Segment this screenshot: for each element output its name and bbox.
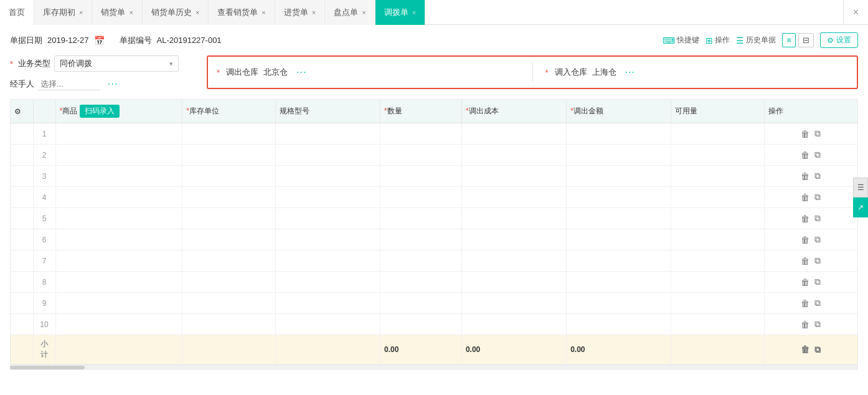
tab-view-sales[interactable]: 查看销货单 × (209, 0, 275, 25)
row-available-cell[interactable] (671, 187, 765, 208)
handler-more-button[interactable]: ··· (108, 79, 118, 90)
row-unit-cell[interactable] (182, 293, 276, 314)
row-unit-cell[interactable] (182, 187, 276, 208)
delete-icon[interactable]: 🗑 (800, 149, 811, 161)
operation-button[interactable]: ⊞ 操作 (705, 35, 730, 45)
row-cost-cell[interactable] (461, 187, 566, 208)
row-amount-cell[interactable] (567, 314, 671, 335)
row-product-cell[interactable] (55, 229, 182, 250)
tab-sales-history-close[interactable]: × (196, 9, 199, 16)
delete-icon[interactable]: 🗑 (800, 343, 811, 356)
row-unit-cell[interactable] (182, 145, 276, 166)
row-qty-cell[interactable] (380, 145, 462, 166)
handler-input[interactable] (38, 78, 100, 90)
row-unit-cell[interactable] (182, 123, 276, 145)
tab-stock-count[interactable]: 盘点单 × (325, 0, 375, 25)
layout-btn-1[interactable]: ≡ (782, 33, 796, 47)
shortcut-button[interactable]: ⌨ 快捷键 (663, 35, 699, 45)
delete-icon[interactable]: 🗑 (800, 297, 811, 310)
row-available-cell[interactable] (671, 293, 765, 314)
tab-sales-order-close[interactable]: × (129, 9, 133, 16)
float-btn-list[interactable]: ☰ (853, 178, 868, 198)
row-spec-cell[interactable] (275, 145, 380, 166)
row-qty-cell[interactable] (380, 123, 462, 145)
tab-home[interactable]: 首页 (0, 0, 34, 25)
copy-icon[interactable]: ⧉ (813, 169, 822, 183)
row-available-cell[interactable] (671, 145, 765, 166)
tab-stock-count-close[interactable]: × (362, 9, 366, 16)
copy-icon[interactable]: ⧉ (813, 254, 822, 267)
row-unit-cell[interactable] (182, 208, 276, 229)
row-spec-cell[interactable] (275, 208, 380, 229)
in-warehouse-more-button[interactable]: ··· (625, 67, 635, 78)
row-product-cell[interactable] (55, 166, 182, 187)
row-product-cell[interactable] (55, 145, 182, 166)
row-product-cell[interactable] (55, 272, 182, 293)
row-cost-cell[interactable] (461, 145, 566, 166)
row-product-cell[interactable] (55, 314, 182, 335)
tab-transfer-order-close[interactable]: × (412, 9, 416, 16)
row-cost-cell[interactable] (461, 166, 566, 187)
tab-inventory-open-close[interactable]: × (79, 9, 83, 16)
tab-sales-history[interactable]: 销货单历史 × (143, 0, 209, 25)
delete-icon[interactable]: 🗑 (800, 191, 811, 204)
delete-icon[interactable]: 🗑 (800, 234, 811, 246)
row-spec-cell[interactable] (275, 314, 380, 335)
out-warehouse-more-button[interactable]: ··· (296, 67, 306, 78)
row-unit-cell[interactable] (182, 250, 276, 272)
row-amount-cell[interactable] (567, 208, 671, 229)
delete-icon[interactable]: 🗑 (800, 128, 811, 140)
row-unit-cell[interactable] (182, 229, 276, 250)
row-spec-cell[interactable] (275, 123, 380, 145)
copy-icon[interactable]: ⧉ (813, 275, 822, 288)
history-button[interactable]: ☰ 历史单据 (736, 35, 776, 45)
row-qty-cell[interactable] (380, 250, 462, 272)
horizontal-scrollbar[interactable] (10, 365, 858, 370)
row-spec-cell[interactable] (275, 272, 380, 293)
row-spec-cell[interactable] (275, 229, 380, 250)
row-available-cell[interactable] (671, 166, 765, 187)
row-spec-cell[interactable] (275, 166, 380, 187)
row-available-cell[interactable] (671, 123, 765, 145)
row-cost-cell[interactable] (461, 314, 566, 335)
row-available-cell[interactable] (671, 229, 765, 250)
row-available-cell[interactable] (671, 250, 765, 272)
row-product-cell[interactable] (55, 208, 182, 229)
copy-icon[interactable]: ⧉ (813, 191, 822, 204)
tab-purchase-order-close[interactable]: × (312, 9, 316, 16)
row-qty-cell[interactable] (380, 208, 462, 229)
row-amount-cell[interactable] (567, 166, 671, 187)
row-cost-cell[interactable] (461, 250, 566, 272)
copy-icon[interactable]: ⧉ (813, 297, 822, 310)
row-qty-cell[interactable] (380, 229, 462, 250)
row-unit-cell[interactable] (182, 272, 276, 293)
tab-inventory-open[interactable]: 库存期初 × (34, 0, 92, 25)
delete-icon[interactable]: 🗑 (800, 212, 811, 225)
copy-icon[interactable]: ⧉ (813, 148, 822, 161)
row-qty-cell[interactable] (380, 293, 462, 314)
copy-icon[interactable]: ⧉ (813, 212, 822, 225)
row-unit-cell[interactable] (182, 314, 276, 335)
row-amount-cell[interactable] (567, 250, 671, 272)
row-unit-cell[interactable] (182, 166, 276, 187)
row-product-cell[interactable] (55, 187, 182, 208)
row-amount-cell[interactable] (567, 293, 671, 314)
delete-icon[interactable]: 🗑 (800, 255, 811, 267)
row-cost-cell[interactable] (461, 272, 566, 293)
delete-icon[interactable]: 🗑 (800, 276, 811, 288)
setting-button[interactable]: ⚙ 设置 (820, 32, 858, 48)
layout-btn-2[interactable]: ⊟ (798, 33, 814, 47)
row-qty-cell[interactable] (380, 187, 462, 208)
float-btn-expand[interactable]: ↗ (853, 198, 868, 217)
copy-icon[interactable]: ⧉ (813, 318, 822, 331)
row-product-cell[interactable] (55, 293, 182, 314)
row-cost-cell[interactable] (461, 123, 566, 145)
delete-icon[interactable]: 🗑 (800, 170, 811, 183)
tab-purchase-order[interactable]: 进货单 × (275, 0, 325, 25)
row-product-cell[interactable] (55, 250, 182, 272)
row-amount-cell[interactable] (567, 123, 671, 145)
row-amount-cell[interactable] (567, 145, 671, 166)
delete-icon[interactable]: 🗑 (800, 318, 811, 331)
row-qty-cell[interactable] (380, 272, 462, 293)
th-gear[interactable]: ⚙ (11, 100, 33, 123)
